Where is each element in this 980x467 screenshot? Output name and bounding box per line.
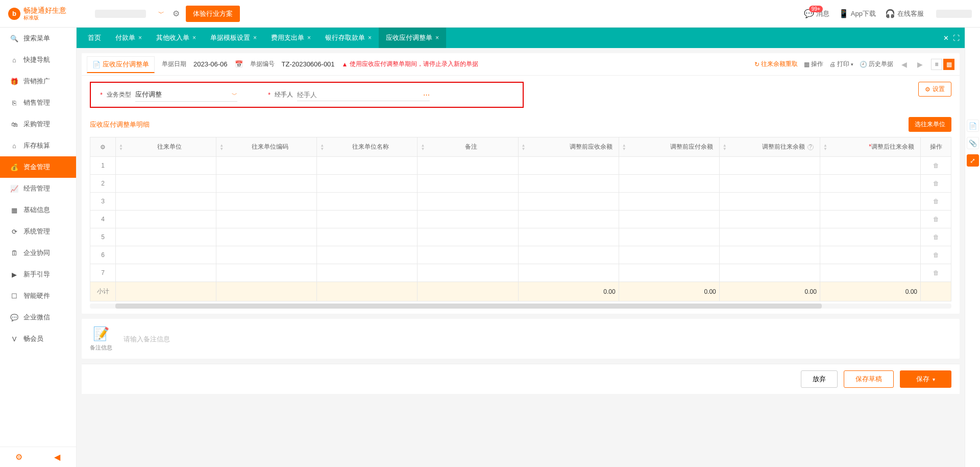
tab[interactable]: 首页 [81,28,108,48]
th-name[interactable]: ▲▼往来单位名称 [317,137,418,157]
sidebar-item[interactable]: ☐智能硬件 [0,285,76,307]
th-code[interactable]: ▲▼往来单位编码 [216,137,317,157]
th-before-pay[interactable]: ▲▼调整前应付余额 [619,137,719,157]
cell-code[interactable] [216,228,317,246]
row-delete-button[interactable]: 🗑 [921,228,951,246]
select-unit-button[interactable]: 选往来单位 [909,117,951,132]
cell-before-recv[interactable] [518,264,619,282]
close-icon[interactable]: × [435,34,439,41]
cell-before-pay[interactable] [619,246,719,264]
sidebar-settings-icon[interactable]: ⚙ [0,447,38,467]
handler-input[interactable] [297,89,420,101]
dock-expand-icon[interactable]: ⤢ [967,154,979,167]
cell-before-pay[interactable] [619,228,719,246]
close-icon[interactable]: × [253,34,257,41]
cell-before-recv[interactable] [518,228,619,246]
cell-before-recv[interactable] [518,175,619,193]
sidebar-item[interactable]: 🔍搜索菜单 [0,28,76,49]
info-icon[interactable]: ? [807,144,814,150]
sidebar-item[interactable]: ⌂库存核算 [0,135,76,156]
cell-unit[interactable] [116,193,216,211]
save-button[interactable]: 保存 ▾ [900,370,951,388]
horizontal-scrollbar[interactable] [90,303,951,309]
tab[interactable]: 单据模板设置× [203,28,264,48]
th-gear[interactable]: ⚙ [90,137,116,157]
scrollbar-thumb[interactable] [115,303,822,309]
cell-name[interactable] [317,211,418,228]
cell-code[interactable] [216,264,317,282]
cell-before-recv[interactable] [518,211,619,228]
save-draft-button[interactable]: 保存草稿 [844,370,894,388]
view-grid-button[interactable]: ▦ [943,59,954,70]
table-row[interactable]: 3🗑 [90,193,951,211]
cell-before-pay[interactable] [619,157,719,175]
tab[interactable]: 银行存取款单× [318,28,379,48]
row-delete-button[interactable]: 🗑 [921,193,951,211]
settings-button[interactable]: ⚙ 设置 [918,82,951,97]
cell-remark[interactable] [418,264,518,282]
row-delete-button[interactable]: 🗑 [921,211,951,228]
sidebar-item[interactable]: ⎘销售管理 [0,92,76,113]
cell-unit[interactable] [116,211,216,228]
cell-remark[interactable] [418,228,518,246]
cell-name[interactable] [317,264,418,282]
sidebar-item[interactable]: 📈经营管理 [0,178,76,199]
dock-note-icon[interactable]: 📄 [967,120,979,132]
sidebar-item[interactable]: 🛍采购管理 [0,113,76,135]
cell-before-recv[interactable] [518,193,619,211]
cell-unit[interactable] [116,175,216,193]
cell-before-bal[interactable] [719,211,820,228]
tab-close-icon[interactable]: ✕ [943,34,949,42]
prev-doc-icon[interactable]: ◀ [899,60,909,68]
cell-after-bal[interactable] [820,193,920,211]
cell-after-bal[interactable] [820,228,920,246]
gear-icon[interactable]: ⚙ [173,9,180,18]
discard-button[interactable]: 放弃 [801,370,838,388]
sidebar-item[interactable]: 🎁营销推广 [0,71,76,92]
cell-before-bal[interactable] [719,264,820,282]
row-delete-button[interactable]: 🗑 [921,246,951,264]
th-remark[interactable]: ▲▼备注 [418,137,518,157]
th-before-bal[interactable]: ▲▼调整前往来余额 ? [719,137,820,157]
app-download-button[interactable]: 📱 App下载 [839,9,876,18]
cell-after-bal[interactable] [820,175,920,193]
cell-after-bal[interactable] [820,157,920,175]
user-avatar-blur[interactable] [936,10,972,18]
cell-before-pay[interactable] [619,211,719,228]
cell-before-bal[interactable] [719,193,820,211]
close-icon[interactable]: × [192,34,196,41]
table-row[interactable]: 1🗑 [90,157,951,175]
tab[interactable]: 付款单× [108,28,149,48]
cell-remark[interactable] [418,193,518,211]
sidebar-item[interactable]: 💬企业微信 [0,307,76,328]
table-row[interactable]: 2🗑 [90,175,951,193]
cell-unit[interactable] [116,157,216,175]
operate-button[interactable]: ▦ 操作 [804,60,823,68]
sidebar-item[interactable]: ▦基础信息 [0,199,76,221]
history-button[interactable]: 🕘 历史单据 [860,60,893,68]
next-doc-icon[interactable]: ▶ [915,60,925,68]
sidebar-item[interactable]: ▶新手引导 [0,264,76,285]
business-type-field[interactable]: * 业务类型 应付调整 ﹀ [100,88,237,102]
table-row[interactable]: 5🗑 [90,228,951,246]
date-value[interactable]: 2023-06-06 [193,60,228,68]
tab[interactable]: 应收应付调整单× [379,28,446,48]
th-before-recv[interactable]: ▲▼调整前应收余额 [518,137,619,157]
cell-name[interactable] [317,246,418,264]
close-icon[interactable]: × [307,34,311,41]
handler-input-wrap[interactable]: ⋯ [297,89,430,101]
cell-before-recv[interactable] [518,157,619,175]
tab[interactable]: 其他收入单× [149,28,203,48]
cell-before-bal[interactable] [719,157,820,175]
org-selector[interactable]: ﹀ [85,9,173,18]
cell-before-pay[interactable] [619,264,719,282]
cell-remark[interactable] [418,175,518,193]
row-delete-button[interactable]: 🗑 [921,157,951,175]
cell-before-pay[interactable] [619,175,719,193]
cell-code[interactable] [216,193,317,211]
cell-unit[interactable] [116,246,216,264]
print-button[interactable]: 🖨 打印 ▾ [829,60,853,68]
support-button[interactable]: 🎧 在线客服 [885,9,924,18]
cell-after-bal[interactable] [820,246,920,264]
row-delete-button[interactable]: 🗑 [921,264,951,282]
